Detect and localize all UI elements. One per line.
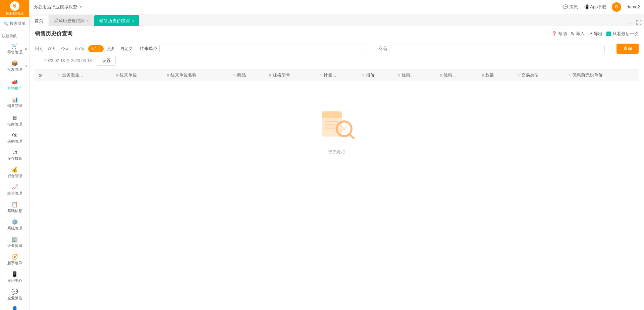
header-right: 💬 消息 📲 App下载 D demo2 bbox=[562, 2, 640, 12]
sidebar-item-label: 批发管理 bbox=[7, 67, 22, 72]
product-dots[interactable]: ... bbox=[607, 46, 611, 52]
table-container: ⚙ ⇅ 业务发生... ⇅ 往来单位 ⇅ 往来单位名称 bbox=[30, 69, 644, 81]
col-pre-tax-price[interactable]: ⇅ 优惠前无税单价 bbox=[564, 69, 639, 81]
col-discount1[interactable]: ⇅ 优惠... bbox=[393, 69, 435, 81]
logo-icon: 6 bbox=[10, 1, 19, 11]
date-options: 昨天 今天 近7天 近1月 更多 自定义 bbox=[46, 45, 135, 52]
svg-line-6 bbox=[349, 134, 354, 138]
sidebar-item-label: 系统管理 bbox=[7, 226, 22, 231]
export-button[interactable]: ↗ 导出 bbox=[589, 31, 602, 37]
sidebar-item-member[interactable]: 👤 畅会员 bbox=[0, 303, 29, 310]
sidebar-item-guide[interactable]: 🧭 新手引导 bbox=[0, 251, 29, 268]
customer-input[interactable] bbox=[159, 45, 366, 53]
query-button[interactable]: 查询 bbox=[616, 44, 639, 54]
sidebar-item-label: 新手引导 bbox=[7, 261, 22, 266]
sort-icon: ⇅ bbox=[440, 73, 442, 77]
maximize-button[interactable]: ⛶ bbox=[636, 20, 641, 26]
sort-icon: ⇅ bbox=[517, 73, 520, 77]
search-menu-button[interactable]: 🔍 搜索菜单 bbox=[2, 19, 27, 28]
sidebar-item-system[interactable]: ⚙️ 系统管理 bbox=[0, 216, 29, 234]
zero-retail-icon: 🛒 bbox=[11, 43, 18, 49]
user-name[interactable]: demo2 bbox=[627, 4, 640, 9]
minimize-button[interactable]: — bbox=[628, 20, 633, 26]
col-settings[interactable]: ⚙ bbox=[35, 69, 54, 81]
sidebar-item-zero-retail[interactable]: 🛒 零售管理 ▶ bbox=[0, 40, 29, 57]
only-last-checkbox-label[interactable]: ✓ 只看最后一次 bbox=[606, 31, 639, 37]
settings-icon: ⚙ bbox=[38, 73, 42, 78]
sidebar-item-apps[interactable]: 📱 应用中心 bbox=[0, 268, 29, 286]
tab-home[interactable]: 首页 bbox=[30, 15, 48, 26]
sort-icon: ⇅ bbox=[233, 73, 236, 77]
date-opt-custom[interactable]: 自定义 bbox=[118, 45, 135, 52]
sidebar-item-ecommerce[interactable]: 🖥 电商管理 bbox=[0, 112, 29, 130]
date-opt-7days[interactable]: 近7天 bbox=[72, 45, 87, 52]
sort-icon: ⇅ bbox=[397, 73, 400, 77]
svg-rect-3 bbox=[325, 124, 335, 125]
tab-sales-close-button[interactable]: × bbox=[132, 19, 134, 23]
dropdown-icon[interactable]: ▾ bbox=[80, 5, 82, 9]
sidebar-item-finance[interactable]: 💰 资金管理 bbox=[0, 164, 29, 181]
wholesale-icon: 📦 bbox=[11, 60, 18, 66]
sort-icon: ⇅ bbox=[167, 73, 169, 77]
tab-purchase-close-button[interactable]: × bbox=[87, 19, 89, 23]
sidebar-item-label: 经营管理 bbox=[7, 191, 22, 196]
col-partner-code[interactable]: ⇅ 往来单位 bbox=[112, 69, 163, 81]
import-button[interactable]: ↻ 导入 bbox=[571, 31, 585, 37]
col-trade-type[interactable]: ⇅ 交易类型 bbox=[513, 69, 564, 81]
export-label: 导出 bbox=[594, 31, 602, 37]
col-quantity[interactable]: ⇅ 数量 bbox=[478, 69, 513, 81]
export-icon: ↗ bbox=[589, 31, 592, 36]
sidebar-item-basic[interactable]: 📋 基础信息 bbox=[0, 199, 29, 216]
col-quote[interactable]: ⇅ 报价 bbox=[358, 69, 393, 81]
search-menu-label: 搜索菜单 bbox=[10, 21, 26, 27]
chevron-right-icon: ▶ bbox=[25, 47, 28, 51]
col-unit[interactable]: ⇅ 计量... bbox=[316, 69, 358, 81]
help-label: 帮助 bbox=[558, 31, 567, 37]
sidebar-item-purchase[interactable]: 🛍 采购管理 bbox=[0, 130, 29, 147]
empty-state: 暂无数据 bbox=[30, 81, 644, 169]
top-header: 办公用品行业模拟账套 ▾ 💬 消息 📲 App下载 D demo2 bbox=[30, 0, 644, 14]
col-trade-type-label: 交易类型 bbox=[521, 72, 539, 78]
sidebar-item-enterprise[interactable]: 🏢 企业协同 bbox=[0, 234, 29, 251]
header-left: 办公用品行业模拟账套 ▾ bbox=[34, 4, 82, 10]
tab-sales-history[interactable]: 销售历史价跟踪 × bbox=[94, 15, 139, 26]
sort-icon: ⇅ bbox=[482, 73, 484, 77]
col-unit-label: 计量... bbox=[324, 72, 336, 78]
date-opt-today[interactable]: 今天 bbox=[59, 45, 71, 52]
date-opt-1month[interactable]: 近1月 bbox=[88, 45, 104, 52]
sidebar-item-label: 销售管理 bbox=[7, 103, 22, 108]
product-label: 商品 bbox=[378, 46, 387, 52]
inventory-icon: 🗂 bbox=[12, 149, 17, 155]
date-opt-yesterday[interactable]: 昨天 bbox=[46, 45, 58, 52]
settings-button[interactable]: 设置 bbox=[97, 56, 116, 66]
help-icon: ❓ bbox=[551, 31, 557, 36]
help-button[interactable]: ❓ 帮助 bbox=[551, 31, 567, 37]
sidebar-item-sales[interactable]: 📊 销售管理 bbox=[0, 94, 29, 111]
date-opt-more[interactable]: 更多 bbox=[105, 45, 117, 52]
customer-dots[interactable]: ... bbox=[368, 46, 373, 52]
col-spec[interactable]: ⇅ 规格型号 bbox=[265, 69, 316, 81]
sidebar-item-marketing[interactable]: 📣 营销推广 bbox=[0, 76, 29, 94]
col-discount1-label: 优惠... bbox=[401, 72, 414, 78]
col-biz-date[interactable]: ⇅ 业务发生... bbox=[54, 69, 112, 81]
sidebar-item-label: 资金管理 bbox=[7, 173, 22, 178]
col-discount2[interactable]: ⇅ 优惠... bbox=[436, 69, 478, 81]
tab-purchase-history[interactable]: 采购历史价跟踪 × bbox=[49, 15, 94, 26]
app-download-button[interactable]: 📲 App下载 bbox=[583, 4, 606, 10]
col-spec-label: 规格型号 bbox=[273, 72, 290, 78]
sidebar-nav-label: 快捷导航 bbox=[0, 31, 29, 40]
col-product-label: 商品 bbox=[237, 72, 246, 78]
sidebar-item-wholesale[interactable]: 📦 批发管理 ▼ bbox=[0, 57, 29, 75]
product-input[interactable] bbox=[389, 45, 605, 53]
system-icon: ⚙️ bbox=[11, 219, 18, 225]
message-button[interactable]: 💬 消息 bbox=[562, 4, 578, 10]
user-avatar: D bbox=[612, 2, 621, 12]
col-partner-name[interactable]: ⇅ 往来单位名称 bbox=[163, 69, 229, 81]
sidebar-item-wechat[interactable]: 💬 企业微信 bbox=[0, 286, 29, 303]
app-download-label: App下载 bbox=[590, 4, 606, 10]
sidebar-item-operations[interactable]: 📈 经营管理 bbox=[0, 181, 29, 199]
col-product[interactable]: ⇅ 商品 bbox=[229, 69, 265, 81]
tab-sales-label: 销售历史价跟踪 bbox=[99, 18, 130, 24]
tab-home-label: 首页 bbox=[35, 18, 43, 24]
sidebar-item-inventory[interactable]: 🗂 库存核算 bbox=[0, 147, 29, 164]
